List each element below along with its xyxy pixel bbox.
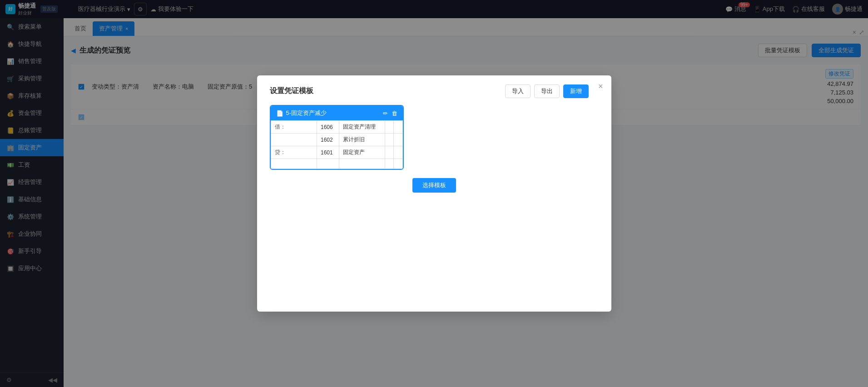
debit-3 — [385, 146, 394, 159]
account-2: 累计折旧 — [339, 134, 385, 146]
direction-4 — [271, 159, 317, 169]
debit-4 — [385, 159, 394, 169]
credit-2 — [394, 134, 402, 146]
template-doc-icon: 📄 — [276, 110, 283, 117]
account-3: 固定资产 — [339, 146, 385, 159]
direction-3: 贷： — [271, 146, 317, 159]
code-1: 1606 — [317, 121, 339, 134]
template-name: 5-固定资产减少 — [286, 109, 327, 117]
export-button[interactable]: 导出 — [534, 84, 560, 98]
account-4 — [339, 159, 385, 169]
modal-close-button[interactable]: × — [598, 82, 603, 91]
template-row-1: 借： 1606 固定资产清理 — [271, 121, 402, 134]
modal-overlay: × 设置凭证模板 导入 导出 新增 📄 — [64, 36, 868, 387]
template-actions: ✏ 🗑 — [383, 110, 397, 117]
credit-1 — [394, 121, 402, 134]
credit-4 — [394, 159, 402, 169]
template-row-4 — [271, 159, 402, 169]
code-2: 1602 — [317, 134, 339, 146]
credit-3 — [394, 146, 402, 159]
code-4 — [317, 159, 339, 169]
page-content: ◀ 生成的凭证预览 批量凭证模板 全部生成凭证 ✓ — [64, 36, 868, 387]
import-button[interactable]: 导入 — [505, 84, 531, 98]
debit-2 — [385, 134, 394, 146]
code-3: 1601 — [317, 146, 339, 159]
select-template-button[interactable]: 选择模板 — [412, 178, 456, 193]
modal-dialog: × 设置凭证模板 导入 导出 新增 📄 — [257, 75, 611, 312]
delete-template-icon[interactable]: 🗑 — [392, 110, 397, 117]
debit-1 — [385, 121, 394, 134]
template-card-header: 📄 5-固定资产减少 ✏ 🗑 — [271, 106, 403, 120]
template-row-3: 贷： 1601 固定资产 — [271, 146, 402, 159]
edit-template-icon[interactable]: ✏ — [383, 110, 388, 117]
template-card[interactable]: 📄 5-固定资产减少 ✏ 🗑 — [270, 105, 404, 170]
template-list: 📄 5-固定资产减少 ✏ 🗑 — [270, 105, 599, 170]
template-header-left: 📄 5-固定资产减少 — [276, 109, 327, 117]
new-template-button[interactable]: 新增 — [563, 84, 589, 98]
main-layout: 🔍 搜索菜单 🏠 快捷导航 📊 销售管理 🛒 采购管理 📦 库存核 — [0, 18, 868, 387]
template-table: 借： 1606 固定资产清理 1602 — [271, 120, 403, 169]
modal-toolbar: 导入 导出 新增 — [505, 84, 589, 98]
direction-2 — [271, 134, 317, 146]
direction-1: 借： — [271, 121, 317, 134]
template-row-2: 1602 累计折旧 — [271, 134, 402, 146]
account-1: 固定资产清理 — [339, 121, 385, 134]
content-area: 首页 资产管理 × × ⤢ ◀ 生成的凭证预览 — [64, 18, 868, 387]
